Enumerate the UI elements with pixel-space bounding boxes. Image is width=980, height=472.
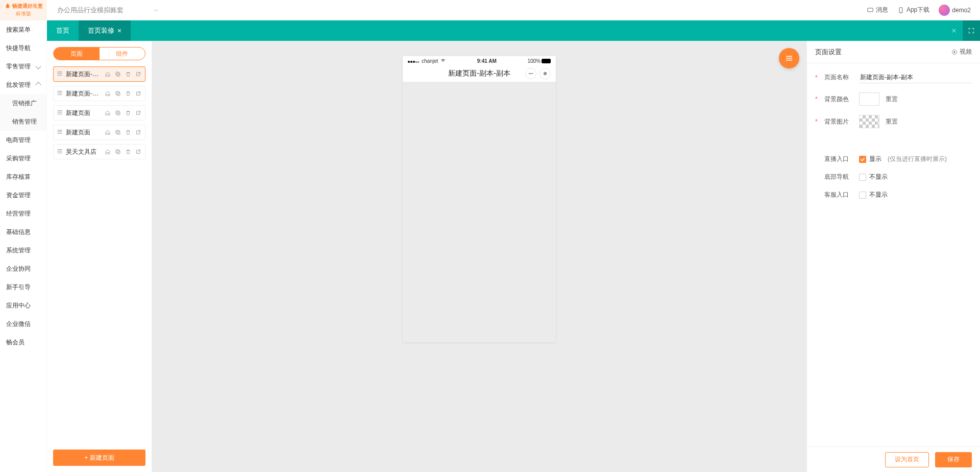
sidebar-item-7[interactable]: 采购管理 [0, 149, 46, 168]
page-share-icon[interactable] [135, 109, 142, 116]
live-entry-checkbox[interactable]: 显示 [859, 155, 881, 163]
page-copy-icon[interactable] [114, 90, 121, 97]
settings-footer: 设为首页 保存 [807, 446, 980, 472]
logo-brand-text: 畅捷通好生意 [12, 3, 43, 10]
app-download-button[interactable]: App下载 [897, 6, 929, 14]
top-actions: 消息 App下载 demo2 [867, 5, 971, 16]
page-home-icon[interactable] [104, 148, 111, 155]
user-menu[interactable]: demo2 [939, 5, 971, 16]
tab-close-1[interactable]: × [117, 27, 121, 34]
new-page-button[interactable]: + 新建页面 [53, 450, 145, 466]
bg-image-swatch[interactable] [859, 115, 879, 128]
page-share-icon[interactable] [135, 90, 142, 97]
sidebar-item-9[interactable]: 资金管理 [0, 186, 46, 204]
bg-color-reset[interactable]: 重置 [886, 95, 898, 104]
sidebar: 搜索菜单快捷导航零售管理批发管理营销推广销售管理电商管理采购管理库存核算资金管理… [0, 20, 47, 472]
component-drawer-toggle[interactable] [779, 48, 799, 68]
pill-tab-component[interactable]: 组件 [100, 48, 145, 60]
sidebar-item-8[interactable]: 库存核算 [0, 168, 46, 186]
tab-1[interactable]: 首页装修× [79, 20, 131, 41]
page-row-name: 新建页面-副本 [66, 89, 101, 98]
logo[interactable]: 畅捷通好生意 标准版 [0, 0, 47, 20]
page-row-1[interactable]: 新建页面-副本 [53, 86, 145, 101]
top-bar: 畅捷通好生意 标准版 办公用品行业模拟账套 消息 App下载 demo2 [0, 0, 980, 20]
tab-0[interactable]: 首页 [47, 20, 79, 41]
sidebar-item-15[interactable]: 应用中心 [0, 296, 46, 315]
page-copy-icon[interactable] [114, 70, 121, 78]
drag-handle-icon[interactable] [57, 109, 63, 117]
sidebar-item-13[interactable]: 企业协同 [0, 259, 46, 278]
settings-panel: 页面设置 视频 *页面名称 *背景颜色 重置 *背景图片 [806, 41, 980, 472]
pill-tab-page[interactable]: 页面 [54, 48, 100, 60]
phone-status-bar: chanjet 9:41 AM 100% [403, 56, 556, 65]
page-home-icon[interactable] [104, 109, 111, 116]
sidebar-item-11[interactable]: 基础信息 [0, 223, 46, 241]
sidebar-item-17[interactable]: 畅会员 [0, 333, 46, 351]
svg-point-14 [532, 73, 533, 74]
sidebar-item-3[interactable]: 批发管理 [0, 76, 46, 94]
page-list-panel: 页面 组件 新建页面-副本...新建页面-副本新建页面新建页面昊天文具店 + 新… [47, 41, 152, 472]
sidebar-item-4[interactable]: 营销推广 [0, 94, 46, 112]
page-name-input[interactable] [859, 72, 972, 83]
sidebar-item-0[interactable]: 搜索菜单 [0, 20, 46, 39]
fullscreen-button[interactable] [963, 20, 980, 41]
video-help-button[interactable]: 视频 [951, 48, 972, 56]
play-icon [951, 49, 958, 55]
save-button[interactable]: 保存 [935, 452, 972, 467]
sidebar-item-14[interactable]: 新手引导 [0, 278, 46, 296]
message-button[interactable]: 消息 [867, 6, 888, 14]
page-row-0[interactable]: 新建页面-副本... [53, 66, 145, 82]
phone-nav-title: 新建页面-副本-副本 [448, 69, 510, 78]
drag-handle-icon[interactable] [57, 129, 63, 136]
page-copy-icon[interactable] [114, 109, 121, 116]
tab-bar-actions [945, 20, 980, 41]
page-row-name: 昊天文具店 [66, 148, 101, 156]
page-home-icon[interactable] [104, 70, 111, 78]
sidebar-item-5[interactable]: 销售管理 [0, 112, 46, 131]
sidebar-item-16[interactable]: 企业微信 [0, 315, 46, 333]
page-delete-icon[interactable] [125, 148, 132, 155]
signal-icon [408, 58, 420, 64]
field-bg-color: *背景颜色 重置 [815, 92, 972, 106]
flame-icon [4, 3, 11, 10]
page-share-icon[interactable] [135, 70, 142, 78]
drag-handle-icon[interactable] [57, 90, 63, 98]
sidebar-item-6[interactable]: 电商管理 [0, 131, 46, 149]
sidebar-item-2[interactable]: 零售管理 [0, 57, 46, 76]
sidebar-item-10[interactable]: 经营管理 [0, 204, 46, 223]
sidebar-item-12[interactable]: 系统管理 [0, 241, 46, 259]
wifi-icon [440, 58, 446, 63]
set-home-button[interactable]: 设为首页 [885, 452, 929, 467]
bg-color-swatch[interactable] [859, 92, 879, 106]
drag-handle-icon[interactable] [57, 70, 63, 78]
drag-handle-icon[interactable] [57, 148, 63, 156]
miniapp-close-button[interactable] [540, 68, 551, 79]
svg-rect-6 [117, 112, 120, 115]
page-share-icon[interactable] [135, 129, 142, 136]
tabs-close-all-button[interactable] [945, 20, 963, 41]
svg-rect-9 [116, 130, 119, 133]
bottom-nav-checkbox[interactable]: 不显示 [859, 173, 888, 181]
miniapp-menu-button[interactable] [525, 68, 536, 79]
battery-icon [542, 59, 551, 63]
page-copy-icon[interactable] [114, 148, 121, 155]
phone-body[interactable] [403, 82, 556, 342]
bg-image-reset[interactable]: 重置 [886, 117, 898, 126]
customer-service-checkbox[interactable]: 不显示 [859, 191, 888, 199]
field-bottom-nav: 底部导航 不显示 [815, 173, 972, 181]
page-delete-icon[interactable] [125, 129, 132, 136]
page-delete-icon[interactable] [125, 90, 132, 97]
page-row-2[interactable]: 新建页面 [53, 105, 145, 121]
page-delete-icon[interactable] [125, 70, 132, 78]
sidebar-item-1[interactable]: 快捷导航 [0, 39, 46, 57]
page-home-icon[interactable] [104, 129, 111, 136]
page-row-3[interactable]: 新建页面 [53, 125, 145, 140]
svg-rect-7 [116, 111, 119, 114]
page-delete-icon[interactable] [125, 109, 132, 116]
account-selector[interactable]: 办公用品行业模拟账套 [57, 6, 159, 15]
page-home-icon[interactable] [104, 90, 111, 97]
page-row-4[interactable]: 昊天文具店 [53, 144, 145, 159]
logo-edition-text: 标准版 [16, 10, 31, 17]
page-share-icon[interactable] [135, 148, 142, 155]
page-copy-icon[interactable] [114, 129, 121, 136]
